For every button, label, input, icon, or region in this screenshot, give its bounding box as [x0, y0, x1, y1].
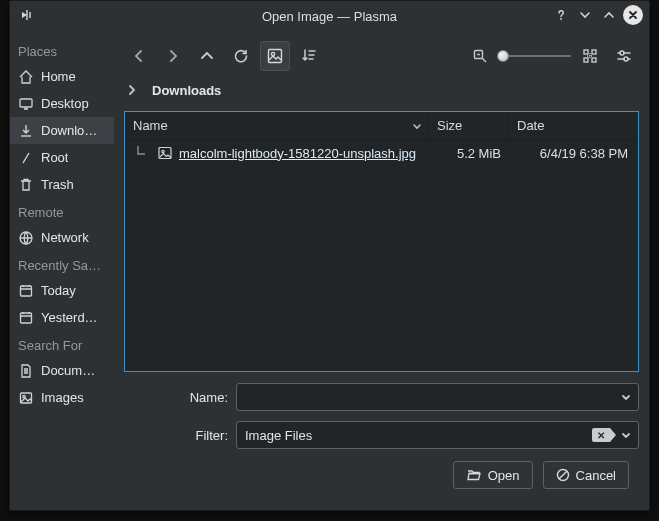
reload-button[interactable] [226, 41, 256, 71]
svg-rect-12 [584, 58, 588, 62]
sidebar-heading-places: Places [10, 37, 114, 63]
tree-elbow-icon [135, 146, 149, 160]
filter-combobox[interactable]: Image Files ✕ [236, 421, 639, 449]
zoom-slider[interactable] [499, 51, 571, 61]
clear-filter-button[interactable]: ✕ [592, 428, 610, 442]
sidebar-item-images[interactable]: Images [10, 384, 114, 411]
cancel-icon [556, 468, 570, 482]
file-list: Name Size Date [124, 111, 639, 372]
sidebar-item-downloads[interactable]: Downlo… [10, 117, 114, 144]
chevron-down-icon [620, 429, 632, 441]
window-title: Open Image — Plasma [262, 9, 397, 24]
desktop-icon [18, 96, 34, 112]
view-icons-button[interactable] [260, 41, 290, 71]
sidebar-item-root[interactable]: Root [10, 144, 114, 171]
home-icon [18, 69, 34, 85]
svg-rect-11 [592, 50, 596, 54]
sidebar-item-home[interactable]: Home [10, 63, 114, 90]
svg-point-14 [620, 51, 624, 55]
svg-point-17 [162, 150, 164, 152]
image-file-icon [157, 145, 173, 161]
chevron-right-icon [126, 84, 138, 96]
svg-rect-7 [269, 50, 282, 63]
nav-forward-button[interactable] [158, 41, 188, 71]
nav-up-button[interactable] [192, 41, 222, 71]
sidebar-item-label: Docum… [41, 363, 95, 378]
name-combobox[interactable] [236, 383, 639, 411]
titlebar: Open Image — Plasma [10, 1, 649, 31]
svg-rect-1 [20, 99, 32, 107]
nav-back-button[interactable] [124, 41, 154, 71]
name-label: Name: [124, 390, 236, 405]
sidebar-item-label: Images [41, 390, 84, 405]
file-size: 5.2 MiB [429, 140, 509, 166]
cancel-button[interactable]: Cancel [543, 461, 629, 489]
sidebar-item-trash[interactable]: Trash [10, 171, 114, 198]
file-date: 6/4/19 6:38 PM [509, 140, 638, 166]
sidebar-heading-remote: Remote [10, 198, 114, 224]
close-icon[interactable] [623, 5, 643, 25]
sidebar-heading-recent: Recently Save… [10, 251, 114, 277]
svg-point-0 [560, 18, 562, 20]
settings-button[interactable] [609, 41, 639, 71]
sidebar-item-network[interactable]: Network [10, 224, 114, 251]
network-icon [18, 230, 34, 246]
sidebar-item-label: Network [41, 230, 89, 245]
chevron-down-icon [620, 391, 632, 403]
zoom-in-button[interactable] [575, 41, 605, 71]
sidebar-item-label: Today [41, 283, 76, 298]
trash-icon [18, 177, 34, 193]
minimize-icon[interactable] [575, 5, 595, 25]
root-icon [18, 150, 34, 166]
sidebar-item-label: Yesterd… [41, 310, 98, 325]
filter-label: Filter: [124, 428, 236, 443]
file-name[interactable]: malcolm-lightbody-1581220-unsplash.jpg [179, 146, 416, 161]
sidebar-item-label: Desktop [41, 96, 89, 111]
sidebar-item-today[interactable]: Today [10, 277, 114, 304]
file-row[interactable]: malcolm-lightbody-1581220-unsplash.jpg 5… [125, 140, 638, 166]
file-list-header: Name Size Date [125, 112, 638, 140]
column-header-name[interactable]: Name [125, 112, 429, 139]
toolbar [124, 41, 639, 71]
calendar-icon [18, 310, 34, 326]
view-sort-button[interactable] [294, 41, 324, 71]
sidebar-item-documents[interactable]: Docum… [10, 357, 114, 384]
sidebar-item-label: Trash [41, 177, 74, 192]
svg-point-15 [624, 57, 628, 61]
column-header-date[interactable]: Date [509, 112, 638, 139]
zoom-out-button[interactable] [465, 41, 495, 71]
document-icon [18, 363, 34, 379]
column-header-size[interactable]: Size [429, 112, 509, 139]
main-area: Downloads Name Size Date [114, 31, 649, 510]
places-sidebar: Places Home Desktop Downlo… [10, 31, 114, 510]
breadcrumb-current[interactable]: Downloads [152, 83, 221, 98]
open-button[interactable]: Open [453, 461, 533, 489]
svg-rect-3 [21, 286, 32, 296]
sidebar-item-yesterday[interactable]: Yesterd… [10, 304, 114, 331]
maximize-icon[interactable] [599, 5, 619, 25]
svg-rect-13 [592, 58, 596, 62]
sidebar-item-label: Root [41, 150, 68, 165]
sidebar-heading-search: Search For [10, 331, 114, 357]
sidebar-item-desktop[interactable]: Desktop [10, 90, 114, 117]
app-menu-icon[interactable] [16, 5, 36, 25]
svg-rect-10 [584, 50, 588, 54]
help-icon[interactable] [551, 5, 571, 25]
sidebar-item-label: Home [41, 69, 76, 84]
breadcrumb[interactable]: Downloads [124, 77, 639, 103]
svg-rect-4 [21, 313, 32, 323]
image-icon [18, 390, 34, 406]
sort-indicator-icon [412, 121, 422, 131]
filter-value: Image Files [245, 428, 312, 443]
calendar-icon [18, 283, 34, 299]
folder-open-icon [466, 467, 482, 483]
open-file-dialog: Open Image — Plasma Places [9, 0, 650, 511]
dialog-footer: Open Cancel [124, 460, 639, 500]
download-icon [18, 123, 34, 139]
sidebar-item-label: Downlo… [41, 123, 97, 138]
